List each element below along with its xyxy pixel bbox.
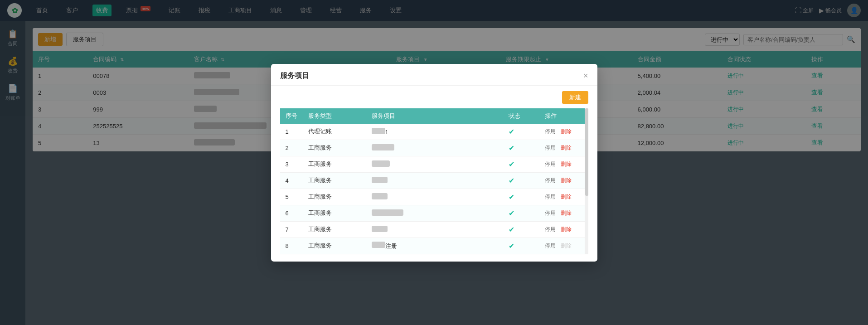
modal-cell-type: 工商服务 bbox=[303, 140, 366, 156]
scrollbar[interactable] bbox=[585, 108, 588, 254]
stop-button[interactable]: 停用 bbox=[545, 194, 556, 200]
modal-cell-action: 停用 删除 bbox=[539, 156, 585, 172]
modal-cell-item bbox=[366, 140, 503, 156]
modal-cell-seq: 5 bbox=[280, 189, 303, 205]
modal-cell-action: 停用 删除 bbox=[539, 221, 585, 238]
modal-table-row: 7 工商服务 ✔ 停用 删除 bbox=[280, 221, 585, 238]
modal-table-row: 3 工商服务 ✔ 停用 删除 bbox=[280, 156, 585, 172]
modal-cell-status: ✔ bbox=[503, 124, 539, 140]
delete-button[interactable]: 删除 bbox=[561, 210, 572, 216]
modal-body: 新建 序号 服务类型 服务项目 状态 操作 bbox=[271, 86, 597, 262]
stop-button[interactable]: 停用 bbox=[545, 161, 556, 167]
modal-cell-item bbox=[366, 156, 503, 172]
modal-cell-item: 注册 bbox=[366, 238, 503, 254]
modal-service-table: 序号 服务类型 服务项目 状态 操作 1 代理记账 1 ✔ bbox=[280, 108, 585, 254]
modal-header: 服务项目 × bbox=[271, 64, 597, 86]
modal-cell-action: 停用 删除 bbox=[539, 124, 585, 140]
modal-cell-type: 工商服务 bbox=[303, 238, 366, 254]
modal-cell-type: 代理记账 bbox=[303, 124, 366, 140]
delete-button[interactable]: 删除 bbox=[561, 243, 572, 249]
modal-col-action: 操作 bbox=[539, 108, 585, 124]
modal-col-status: 状态 bbox=[503, 108, 539, 124]
modal-col-item: 服务项目 bbox=[366, 108, 503, 124]
modal-cell-status: ✔ bbox=[503, 205, 539, 221]
modal-table-row: 6 工商服务 ✔ 停用 删除 bbox=[280, 205, 585, 221]
modal-cell-item bbox=[366, 172, 503, 189]
modal-cell-action: 停用 删除 bbox=[539, 205, 585, 221]
modal-cell-seq: 6 bbox=[280, 205, 303, 221]
modal-cell-seq: 8 bbox=[280, 238, 303, 254]
delete-button[interactable]: 删除 bbox=[561, 145, 572, 151]
modal-new-button[interactable]: 新建 bbox=[562, 91, 588, 104]
modal-cell-status: ✔ bbox=[503, 189, 539, 205]
modal-cell-type: 工商服务 bbox=[303, 189, 366, 205]
modal-cell-status: ✔ bbox=[503, 156, 539, 172]
modal-cell-seq: 7 bbox=[280, 221, 303, 238]
modal-table-row: 1 代理记账 1 ✔ 停用 删除 bbox=[280, 124, 585, 140]
modal-title: 服务项目 bbox=[280, 71, 309, 81]
delete-button[interactable]: 删除 bbox=[561, 194, 572, 200]
modal-cell-status: ✔ bbox=[503, 140, 539, 156]
modal-cell-type: 工商服务 bbox=[303, 205, 366, 221]
modal-cell-action: 停用 删除 bbox=[539, 172, 585, 189]
modal-cell-seq: 3 bbox=[280, 156, 303, 172]
modal-col-type: 服务类型 bbox=[303, 108, 366, 124]
modal-overlay[interactable]: 服务项目 × 新建 序号 服务类型 服务项目 状态 操作 bbox=[0, 0, 868, 325]
modal-cell-type: 工商服务 bbox=[303, 221, 366, 238]
modal-cell-seq: 4 bbox=[280, 172, 303, 189]
delete-button[interactable]: 删除 bbox=[561, 161, 572, 167]
stop-button[interactable]: 停用 bbox=[545, 210, 556, 216]
modal-cell-type: 工商服务 bbox=[303, 172, 366, 189]
modal-cell-item bbox=[366, 205, 503, 221]
modal-box: 服务项目 × 新建 序号 服务类型 服务项目 状态 操作 bbox=[271, 64, 597, 262]
modal-table-row: 8 工商服务 注册 ✔ 停用 删除 bbox=[280, 238, 585, 254]
modal-close-button[interactable]: × bbox=[583, 72, 588, 80]
modal-cell-seq: 2 bbox=[280, 140, 303, 156]
modal-cell-status: ✔ bbox=[503, 172, 539, 189]
stop-button[interactable]: 停用 bbox=[545, 243, 556, 249]
modal-toolbar: 新建 bbox=[280, 91, 588, 104]
modal-table-row: 5 工商服务 ✔ 停用 删除 bbox=[280, 189, 585, 205]
delete-button[interactable]: 删除 bbox=[561, 128, 572, 135]
delete-button[interactable]: 删除 bbox=[561, 177, 572, 184]
stop-button[interactable]: 停用 bbox=[545, 128, 556, 135]
modal-table-row: 2 工商服务 ✔ 停用 删除 bbox=[280, 140, 585, 156]
stop-button[interactable]: 停用 bbox=[545, 226, 556, 233]
modal-cell-item bbox=[366, 189, 503, 205]
stop-button[interactable]: 停用 bbox=[545, 145, 556, 151]
modal-cell-status: ✔ bbox=[503, 238, 539, 254]
modal-cell-item: 1 bbox=[366, 124, 503, 140]
modal-cell-type: 工商服务 bbox=[303, 156, 366, 172]
modal-cell-action: 停用 删除 bbox=[539, 238, 585, 254]
modal-table-row: 4 工商服务 ✔ 停用 删除 bbox=[280, 172, 585, 189]
modal-cell-item bbox=[366, 221, 503, 238]
modal-cell-status: ✔ bbox=[503, 221, 539, 238]
stop-button[interactable]: 停用 bbox=[545, 177, 556, 184]
modal-cell-action: 停用 删除 bbox=[539, 140, 585, 156]
modal-cell-action: 停用 删除 bbox=[539, 189, 585, 205]
modal-cell-seq: 1 bbox=[280, 124, 303, 140]
delete-button[interactable]: 删除 bbox=[561, 226, 572, 233]
modal-col-seq: 序号 bbox=[280, 108, 303, 124]
